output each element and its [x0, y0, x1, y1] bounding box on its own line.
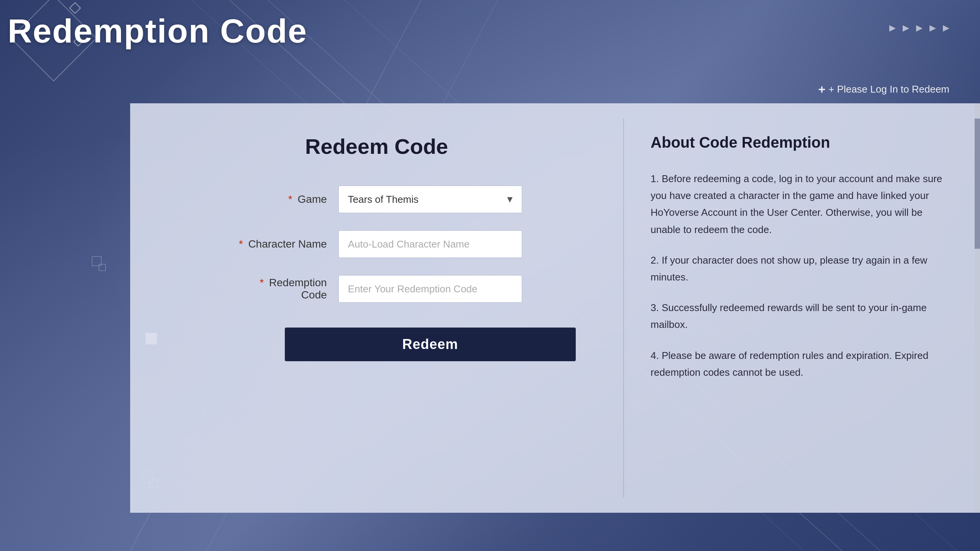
game-select[interactable]: Tears of Themis Genshin Impact Honkai: S… [338, 186, 522, 213]
character-name-input[interactable] [338, 230, 522, 258]
page-title: Redemption Code [8, 11, 307, 51]
nav-arrow-4[interactable]: ▶ [929, 23, 936, 33]
form-section: Redeem Code * Game Tears of Themis Gensh… [130, 103, 623, 513]
info-title: About Code Redemption [651, 134, 949, 151]
game-row: * Game Tears of Themis Genshin Impact Ho… [231, 186, 522, 213]
required-star-redemption: * [260, 277, 264, 289]
scrollbar-track [975, 103, 980, 513]
redemption-label: * Redemption Code [231, 277, 338, 301]
redemption-code-input[interactable] [338, 275, 522, 303]
nav-arrow-1[interactable]: ▶ [889, 23, 896, 33]
scrollbar-thumb[interactable] [975, 119, 980, 249]
login-link[interactable]: + + Please Log In to Redeem [818, 82, 949, 96]
info-point-2: 2. If your character does not show up, p… [651, 252, 949, 285]
nav-arrows: ▶ ▶ ▶ ▶ ▶ [889, 23, 949, 33]
deco-square-left2 [99, 264, 106, 271]
game-select-wrapper: Tears of Themis Genshin Impact Honkai: S… [338, 186, 522, 213]
info-point-4: 4. Please be aware of redemption rules a… [651, 347, 949, 381]
nav-arrow-5[interactable]: ▶ [943, 23, 949, 33]
character-name-row: * Character Name [231, 230, 522, 258]
info-section: About Code Redemption 1. Before redeemin… [624, 103, 980, 513]
plus-icon: + [818, 82, 825, 96]
info-point-1: 1. Before redeeming a code, log in to yo… [651, 170, 949, 238]
redemption-code-row: * Redemption Code [231, 275, 522, 303]
character-label: * Character Name [231, 238, 338, 250]
nav-arrow-2[interactable]: ▶ [903, 23, 909, 33]
required-star-character: * [239, 238, 243, 250]
nav-arrow-3[interactable]: ▶ [916, 23, 923, 33]
main-card: Redeem Code * Game Tears of Themis Gensh… [130, 103, 980, 513]
game-label: * Game [231, 193, 338, 205]
info-point-3: 3. Successfully redeemed rewards will be… [651, 299, 949, 333]
redeem-button[interactable]: Redeem [285, 328, 576, 361]
login-link-text: + Please Log In to Redeem [828, 83, 949, 95]
redeem-button-row: Redeem [285, 320, 576, 361]
form-title: Redeem Code [305, 134, 448, 159]
required-star-game: * [288, 193, 292, 205]
